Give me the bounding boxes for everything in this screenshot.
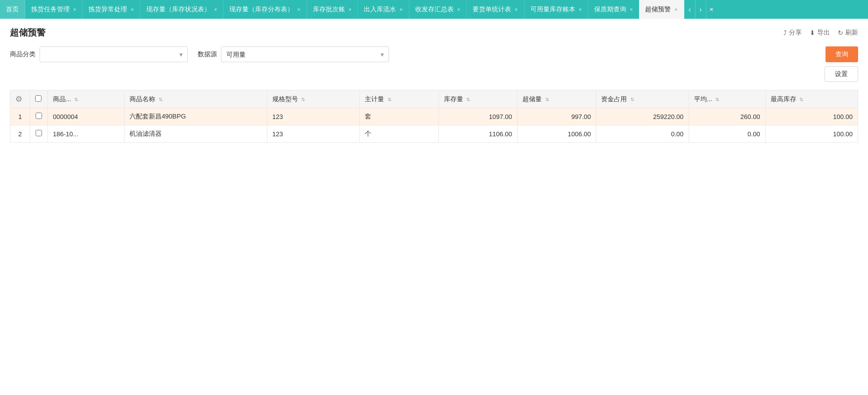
td-product-code-1: 186-10...	[48, 125, 125, 143]
th-stock[interactable]: 库存量 ⇅	[438, 90, 517, 108]
th-checkbox[interactable]	[30, 90, 48, 108]
td-avg-1: 0.00	[689, 125, 765, 143]
close-pick-task[interactable]: ×	[73, 6, 76, 12]
td-product-name-0: 六配套新昌490BPG	[124, 108, 267, 125]
sort-icon-max: ⇅	[799, 97, 803, 102]
td-product-code-0: 0000004	[48, 108, 125, 125]
td-checkbox-1[interactable]	[30, 125, 48, 143]
sort-icon-stock: ⇅	[466, 97, 470, 102]
close-overstock[interactable]: ×	[674, 6, 677, 12]
table-header-row: ⚙ 商品... ⇅ 商品名称 ⇅ 规格型号 ⇅ 主计量	[10, 90, 858, 108]
category-select-wrapper	[40, 46, 188, 62]
nav-stock-dist[interactable]: 现存量（库存分布表） ×	[223, 0, 306, 19]
th-unit[interactable]: 主计量 ⇅	[360, 90, 438, 108]
close-summary[interactable]: ×	[457, 6, 460, 12]
filter-buttons: 查询 设置	[825, 46, 858, 82]
th-spec[interactable]: 规格型号 ⇅	[267, 90, 359, 108]
th-product-name[interactable]: 商品名称 ⇅	[124, 90, 267, 108]
refresh-action[interactable]: ↻ 刷新	[838, 28, 858, 37]
sort-icon-spec: ⇅	[301, 97, 305, 102]
td-unit-1: 个	[360, 125, 438, 143]
datasource-label: 数据源	[198, 50, 217, 59]
th-overstock[interactable]: 超储量 ⇅	[517, 90, 596, 108]
th-capital[interactable]: 资金占用 ⇅	[596, 90, 689, 108]
header-actions: ⤴ 分享 ⬇ 导出 ↻ 刷新	[783, 28, 858, 37]
gear-icon[interactable]: ⚙	[15, 95, 22, 103]
td-overstock-1: 1006.00	[517, 125, 596, 143]
nav-next-button[interactable]: ›	[695, 0, 706, 19]
close-stock-status[interactable]: ×	[214, 6, 217, 12]
export-action[interactable]: ⬇ 导出	[810, 28, 830, 37]
td-index-1: 2	[10, 125, 30, 143]
settings-button[interactable]: 设置	[825, 66, 858, 82]
td-index-0: 1	[10, 108, 30, 125]
export-icon: ⬇	[810, 29, 815, 37]
datasource-select-wrapper: 可用量	[221, 46, 389, 62]
td-spec-1: 123	[267, 125, 359, 143]
table-row: 1 0000004 六配套新昌490BPG 123 套 1097.00 997.…	[10, 108, 858, 125]
page-title: 超储预警	[10, 27, 45, 39]
nav-stock-status[interactable]: 现存量（库存状况表） ×	[140, 0, 223, 19]
nav-close-button[interactable]: ×	[706, 0, 717, 19]
data-table: ⚙ 商品... ⇅ 商品名称 ⇅ 规格型号 ⇅ 主计量	[10, 90, 858, 143]
close-order-stat[interactable]: ×	[515, 6, 518, 12]
nav-available-stock[interactable]: 可用量库存账本 ×	[524, 0, 588, 19]
page-header: 超储预警 ⤴ 分享 ⬇ 导出 ↻ 刷新	[10, 27, 858, 39]
share-icon: ⤴	[783, 29, 787, 37]
nav-batch[interactable]: 库存批次账 ×	[307, 0, 358, 19]
nav-home[interactable]: 首页	[0, 0, 25, 19]
close-pick-exception[interactable]: ×	[130, 6, 133, 12]
sort-icon-capital: ⇅	[630, 97, 634, 102]
table-row: 2 186-10... 机油滤清器 123 个 1106.00 1006.00 …	[10, 125, 858, 143]
category-select[interactable]	[40, 46, 188, 62]
th-avg[interactable]: 平均... ⇅	[689, 90, 765, 108]
refresh-icon: ↻	[838, 29, 843, 37]
td-avg-0: 260.00	[689, 108, 765, 125]
close-batch[interactable]: ×	[348, 6, 351, 12]
th-max-stock[interactable]: 最高库存 ⇅	[765, 90, 858, 108]
sort-icon-avg: ⇅	[715, 97, 719, 102]
query-button[interactable]: 查询	[825, 46, 858, 62]
close-stock-dist[interactable]: ×	[297, 6, 300, 12]
td-stock-0: 1097.00	[438, 108, 517, 125]
td-checkbox-0[interactable]	[30, 108, 48, 125]
td-max-stock-1: 100.00	[765, 125, 858, 143]
datasource-select[interactable]: 可用量	[221, 46, 389, 62]
td-stock-1: 1106.00	[438, 125, 517, 143]
close-quality[interactable]: ×	[630, 6, 633, 12]
share-action[interactable]: ⤴ 分享	[783, 28, 802, 37]
select-all-checkbox[interactable]	[35, 95, 42, 102]
datasource-filter-group: 数据源 可用量	[198, 46, 389, 62]
td-spec-0: 123	[267, 108, 359, 125]
nav-flow[interactable]: 出入库流水 ×	[358, 0, 409, 19]
td-max-stock-0: 100.00	[765, 108, 858, 125]
td-product-name-1: 机油滤清器	[124, 125, 267, 143]
nav-overstock[interactable]: 超储预警 ×	[639, 0, 684, 19]
close-available-stock[interactable]: ×	[579, 6, 582, 12]
nav-summary[interactable]: 收发存汇总表 ×	[409, 0, 467, 19]
top-nav: 首页 拣货任务管理 × 拣货异常处理 × 现存量（库存状况表） × 现存量（库存…	[0, 0, 868, 19]
td-capital-1: 0.00	[596, 125, 689, 143]
nav-prev-button[interactable]: ‹	[684, 0, 695, 19]
sort-icon-unit: ⇅	[388, 97, 391, 102]
nav-pick-exception[interactable]: 拣货异常处理 ×	[83, 0, 140, 19]
th-product-code[interactable]: 商品... ⇅	[48, 90, 125, 108]
td-unit-0: 套	[360, 108, 438, 125]
sort-icon-code: ⇅	[74, 97, 78, 102]
nav-quality[interactable]: 保质期查询 ×	[588, 0, 639, 19]
td-overstock-0: 997.00	[517, 108, 596, 125]
nav-pick-task[interactable]: 拣货任务管理 ×	[25, 0, 83, 19]
page-content: 超储预警 ⤴ 分享 ⬇ 导出 ↻ 刷新 商品分类	[0, 19, 868, 395]
nav-order-stat[interactable]: 要货单统计表 ×	[467, 0, 524, 19]
sort-icon-overstock: ⇅	[545, 97, 549, 102]
close-flow[interactable]: ×	[399, 6, 402, 12]
th-settings[interactable]: ⚙	[10, 90, 30, 108]
td-capital-0: 259220.00	[596, 108, 689, 125]
category-filter-group: 商品分类	[10, 46, 188, 62]
sort-icon-name: ⇅	[159, 97, 163, 102]
category-label: 商品分类	[10, 50, 36, 59]
